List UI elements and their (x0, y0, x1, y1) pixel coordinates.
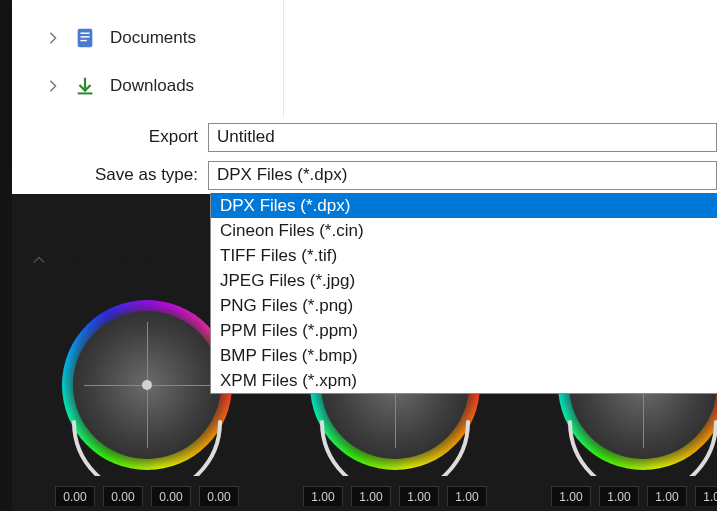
export-dialog: Documents Downloads Export Save as type:… (12, 0, 717, 164)
tree-item-downloads[interactable]: Downloads (12, 62, 283, 110)
svg-rect-4 (78, 92, 93, 94)
file-type-option[interactable]: BMP Files (*.bmp) (211, 343, 717, 368)
file-type-option[interactable]: PPM Files (*.ppm) (211, 318, 717, 343)
file-type-option[interactable]: PNG Files (*.png) (211, 293, 717, 318)
downloads-icon (74, 75, 96, 97)
chevron-right-icon (46, 79, 60, 93)
export-form: Export Save as type: (12, 118, 717, 194)
value-box[interactable]: 1.00 (303, 486, 343, 506)
hide-folders-button[interactable]: Hide Folders (32, 250, 150, 270)
value-box[interactable]: 0.00 (151, 486, 191, 506)
value-box[interactable]: 1.00 (351, 486, 391, 506)
tree-item-label: Documents (110, 28, 196, 48)
value-box[interactable]: 1.00 (695, 486, 717, 506)
picker-dot[interactable] (142, 380, 152, 390)
documents-icon (74, 27, 96, 49)
svg-rect-0 (78, 29, 93, 47)
export-label: Export (12, 127, 208, 147)
svg-rect-2 (80, 36, 89, 37)
value-box[interactable]: 1.00 (447, 486, 487, 506)
tree-item-label: Downloads (110, 76, 194, 96)
export-filename-input[interactable] (208, 123, 717, 152)
file-type-option[interactable]: DPX Files (*.dpx) (211, 193, 717, 218)
file-type-option[interactable]: Cineon Files (*.cin) (211, 218, 717, 243)
tree-item-documents[interactable]: Documents (12, 14, 283, 62)
chevron-up-icon (32, 253, 46, 267)
value-arc-slider[interactable] (68, 416, 226, 476)
hide-folders-label: Hide Folders (54, 250, 150, 270)
svg-rect-1 (80, 33, 89, 34)
value-box[interactable]: 0.00 (103, 486, 143, 506)
save-as-type-select[interactable] (208, 161, 717, 190)
save-as-type-label: Save as type: (12, 165, 208, 185)
value-box[interactable]: 1.00 (399, 486, 439, 506)
file-type-option[interactable]: JPEG Files (*.jpg) (211, 268, 717, 293)
chevron-right-icon (46, 31, 60, 45)
value-box[interactable]: 1.00 (647, 486, 687, 506)
value-box[interactable]: 0.00 (55, 486, 95, 506)
value-box[interactable]: 0.00 (199, 486, 239, 506)
value-arc-slider[interactable] (564, 416, 717, 476)
folder-tree: Documents Downloads (12, 0, 284, 120)
color-wheel: 0.00 0.00 0.00 0.00 (62, 300, 232, 511)
file-type-option[interactable]: XPM Files (*.xpm) (211, 368, 717, 393)
value-box[interactable]: 1.00 (551, 486, 591, 506)
file-type-option[interactable]: TIFF Files (*.tif) (211, 243, 717, 268)
value-arc-slider[interactable] (316, 416, 474, 476)
file-type-dropdown[interactable]: DPX Files (*.dpx) Cineon Files (*.cin) T… (210, 193, 717, 394)
value-box[interactable]: 1.00 (599, 486, 639, 506)
svg-rect-3 (80, 40, 86, 41)
